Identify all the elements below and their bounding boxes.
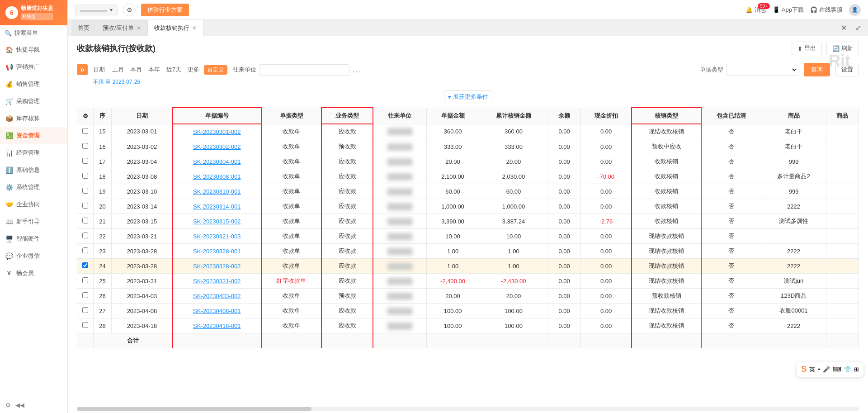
date-more[interactable]: 更多 [186,65,201,75]
sidebar-item-finance[interactable]: 💹 资金管理 [0,127,67,144]
bill-no-link[interactable]: SK-20230308-001 [193,173,241,180]
sidebar-item-corp[interactable]: 🤝 企业协同 [0,196,67,213]
bill-no-link[interactable]: SK-20230302-002 [193,143,241,150]
date-7days[interactable]: 近7天 [165,65,183,75]
bill-no-link[interactable]: SK-20230315-002 [193,218,241,225]
bill-no-link[interactable]: SK-20230328-002 [193,263,241,270]
bill-no-link[interactable]: SK-20230408-001 [193,308,241,314]
sidebar-item-quick-nav[interactable]: 🏠 快捷导航 [0,41,67,58]
collapse-icon[interactable]: ◀◀ [15,402,24,408]
sidebar-item-wechat[interactable]: 💬 企业微信 [0,247,67,265]
date-custom-button[interactable]: 自定义 [204,65,227,75]
tab-close-icon[interactable]: ✕ [137,25,141,31]
row-checkbox[interactable] [77,318,94,333]
table-scrollbar[interactable] [77,407,859,411]
bill-type-select[interactable] [726,64,798,76]
bill-no-link[interactable]: SK-20230310-001 [193,188,241,195]
bill-no-link[interactable]: SK-20230418-001 [193,323,241,329]
row-include-settled: 否 [701,169,761,184]
row-checkbox[interactable] [77,139,94,154]
bill-no-link[interactable]: SK-20230403-002 [193,293,241,299]
date-last-month[interactable]: 上月 [110,65,126,75]
refresh-button[interactable]: 🔄 刷新 [826,42,859,55]
table-row[interactable]: 15 2023-03-01 SK-20230301-002 收款单 应收款 ██… [77,124,859,139]
row-checkbox[interactable] [77,229,94,244]
row-bill-no: SK-20230321-003 [173,229,261,244]
sidebar-item-inventory[interactable]: 📦 库存核算 [0,110,67,127]
row-checkbox[interactable] [77,169,94,184]
app-download-button[interactable]: 📱 App下载 [773,6,804,14]
table-row[interactable]: 27 2023-04-08 SK-20230408-001 收款单 应收款 ██… [77,304,859,318]
query-button[interactable]: 查询 [804,63,830,76]
export-button[interactable]: ⬆ 导出 [792,42,822,55]
notification-button[interactable]: 🔔 消息 99+ [745,6,766,14]
sidebar-item-marketing[interactable]: 📢 营销推广 [0,58,67,76]
table-row[interactable]: 18 2023-03-08 SK-20230308-001 收款单 应收款 ██… [77,169,859,184]
sidebar-item-system[interactable]: ⚙️ 系统管理 [0,179,67,196]
tab-collection[interactable]: 收款核销执行 ✕ [148,20,203,36]
row-checkbox[interactable] [77,124,94,139]
tab-close-button[interactable]: ✕ [837,22,850,34]
row-checkbox[interactable] [77,244,94,259]
table-row[interactable]: 16 2023-03-02 SK-20230302-002 收款单 预收款 ██… [77,139,859,154]
bill-no-link[interactable]: SK-20230304-001 [193,158,241,165]
row-checkbox[interactable] [77,304,94,318]
bill-no-link[interactable]: SK-20230331-002 [193,278,241,285]
row-include-settled: 否 [701,124,761,139]
row-bill-type: 收款单 [261,199,322,214]
row-checkbox[interactable] [77,274,94,289]
setting-button[interactable]: 设置 [835,63,859,76]
table-row[interactable]: 19 2023-03-10 SK-20230310-001 收款单 应收款 ██… [77,184,859,199]
date-this-month[interactable]: 本月 [128,65,144,75]
row-checkbox[interactable] [77,214,94,229]
date-this-year[interactable]: 本年 [146,65,162,75]
sidebar-item-operation[interactable]: 📊 经营管理 [0,144,67,161]
filter-expand-button[interactable]: » [77,64,88,75]
table-row[interactable]: 25 2023-03-31 SK-20230331-002 红字收款单 应收款 … [77,274,859,289]
table-row[interactable]: 17 2023-03-04 SK-20230304-001 收款单 应收款 ██… [77,154,859,169]
table-row[interactable]: 20 2023-03-14 SK-20230314-001 收款单 应收款 ██… [77,199,859,214]
tab-home[interactable]: 首页 [71,20,96,36]
user-avatar[interactable]: 👤 [849,4,861,16]
sidebar-item-hardware[interactable]: 🖥️ 智能硬件 [0,230,67,247]
more-filter-icon[interactable]: ... [352,65,362,75]
solution-button[interactable]: 体验行业方案 [141,4,189,16]
table-row[interactable]: 26 2023-04-03 SK-20230403-002 收款单 预收款 ██… [77,289,859,304]
sidebar-item-basic[interactable]: ℹ️ 基础信息 [0,161,67,179]
counterpart-input[interactable] [259,64,349,76]
app-selector[interactable]: ▬▬▬▬▬ ▾ [75,5,118,15]
tab-close-icon[interactable]: ✕ [192,25,197,31]
row-checkbox[interactable] [77,289,94,304]
sidebar-item-sales[interactable]: 💰 销售管理 [0,76,67,93]
expand-more-button[interactable]: ▾ 展开更多条件 [444,90,492,103]
row-checkbox[interactable] [77,199,94,214]
row-checkbox[interactable] [77,184,94,199]
table-row[interactable]: 24 2023-03-28 SK-20230328-002 收款单 应收款 ██… [77,259,859,274]
settings-icon[interactable]: ⚙ [5,402,11,408]
row-bill-amount: 360.00 [426,124,479,139]
monitor-icon: 🖥️ [5,235,13,242]
col-header-settings[interactable]: ⚙ [77,108,94,124]
col-header-bill-amount: 单据金额 [426,108,479,124]
counterpart-label: 往来单位 [233,66,256,74]
bill-no-link[interactable]: SK-20230314-001 [193,203,241,210]
sidebar-item-purchase[interactable]: 🛒 采购管理 [0,93,67,110]
bill-no-link[interactable]: SK-20230301-002 [193,128,241,135]
sidebar-item-member[interactable]: V 畅会员 [0,265,67,282]
sidebar-search[interactable]: 🔍 搜索菜单 [0,25,67,41]
row-balance: 0.00 [548,229,580,244]
table-row[interactable]: 23 2023-03-28 SK-20230328-001 收款单 应收款 ██… [77,244,859,259]
bill-no-link[interactable]: SK-20230321-003 [193,233,241,240]
row-counterpart: ██████ [373,199,426,214]
table-row[interactable]: 22 2023-03-21 SK-20230321-003 收款单 应收款 ██… [77,229,859,244]
table-row[interactable]: 28 2023-04-18 SK-20230418-001 收款单 应收款 ██… [77,318,859,333]
topbar-gear-button[interactable]: ⚙ [123,4,136,16]
sidebar-item-guide[interactable]: 📖 新手引导 [0,213,67,230]
row-checkbox[interactable] [77,154,94,169]
table-row[interactable]: 21 2023-03-15 SK-20230315-002 收款单 应收款 ██… [77,214,859,229]
online-service-button[interactable]: 🎧 在线客服 [810,6,843,14]
bill-no-link[interactable]: SK-20230328-001 [193,248,241,255]
row-checkbox[interactable] [77,259,94,274]
tab-prepayment[interactable]: 预收/应付单 ✕ [96,20,148,36]
tab-expand-button[interactable]: ⤢ [852,22,864,34]
